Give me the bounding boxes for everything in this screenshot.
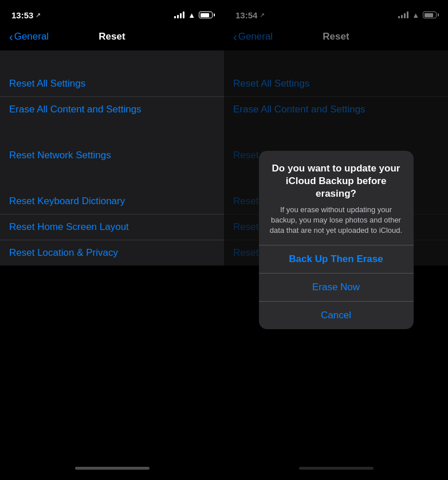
cancel-button[interactable]: Cancel bbox=[259, 302, 414, 329]
settings-group-3-left: Reset Keyboard Dictionary Reset Home Scr… bbox=[0, 189, 224, 266]
dialog-body: Do you want to update your iCloud Backup… bbox=[259, 151, 414, 245]
erase-now-button[interactable]: Erase Now bbox=[259, 274, 414, 302]
nav-bar-left: ‹ General Reset bbox=[0, 25, 224, 50]
list-item[interactable]: Erase All Content and Settings bbox=[0, 97, 224, 122]
wifi-icon-left: ▲ bbox=[188, 11, 195, 19]
dialog-title: Do you want to update your iCloud Backup… bbox=[268, 162, 404, 200]
alert-dialog: Do you want to update your iCloud Backup… bbox=[259, 151, 414, 330]
dialog-message: If you erase without updating your backu… bbox=[268, 205, 404, 236]
section-gap-3-left bbox=[0, 168, 224, 189]
list-item[interactable]: Reset Keyboard Dictionary bbox=[0, 189, 224, 214]
page-title-left: Reset bbox=[99, 31, 125, 42]
back-button-left[interactable]: ‹ General bbox=[9, 31, 49, 42]
time-left: 13:53 ↗ bbox=[11, 10, 41, 20]
location-icon-left: ↗ bbox=[36, 11, 41, 19]
left-phone: 13:53 ↗ ▲ ‹ General Reset bbox=[0, 0, 224, 480]
settings-list-left: Reset All Settings Erase All Content and… bbox=[0, 50, 224, 461]
status-bar-left: 13:53 ↗ ▲ bbox=[0, 0, 224, 25]
right-phone: 13:54 ↗ ▲ ‹ General Reset Re bbox=[224, 0, 448, 480]
list-item[interactable]: Reset Network Settings bbox=[0, 143, 224, 168]
list-item[interactable]: Reset All Settings bbox=[0, 71, 224, 97]
signal-icon-left bbox=[174, 11, 184, 18]
list-item[interactable]: Reset Location & Privacy bbox=[0, 240, 224, 266]
battery-icon-left bbox=[199, 11, 213, 18]
settings-group-2-left: Reset Network Settings bbox=[0, 143, 224, 168]
section-gap-1-left bbox=[0, 50, 224, 71]
dialog-actions: Back Up Then Erase Erase Now Cancel bbox=[259, 245, 414, 329]
backup-then-erase-button[interactable]: Back Up Then Erase bbox=[259, 245, 414, 274]
back-label-left: General bbox=[14, 31, 49, 42]
settings-group-1-left: Reset All Settings Erase All Content and… bbox=[0, 71, 224, 122]
home-indicator-left bbox=[0, 461, 224, 480]
status-icons-left: ▲ bbox=[174, 11, 213, 19]
list-item[interactable]: Reset Home Screen Layout bbox=[0, 214, 224, 240]
dialog-overlay: Do you want to update your iCloud Backup… bbox=[224, 0, 448, 480]
section-gap-2-left bbox=[0, 122, 224, 143]
